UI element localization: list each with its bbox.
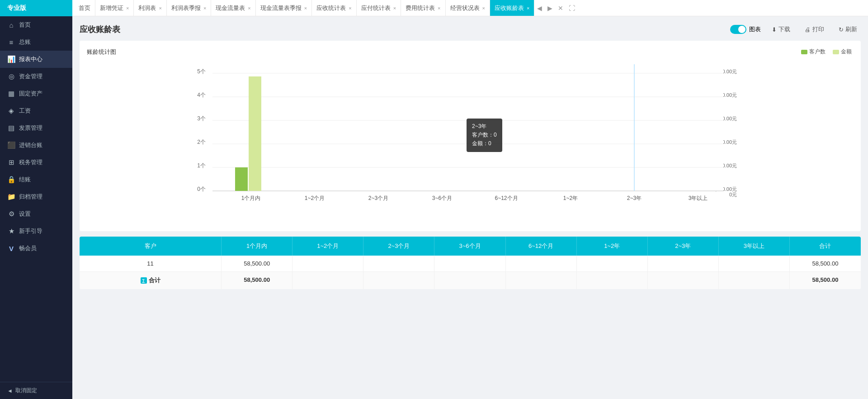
sidebar-item-settings[interactable]: ⚙ 设置	[0, 205, 72, 223]
tab-ar-stats-label: 应收统计表	[316, 4, 346, 12]
svg-text:1个月内: 1个月内	[241, 195, 261, 201]
bar-amount-1	[249, 76, 261, 191]
th-y12: 1~2年	[577, 237, 648, 256]
tab-cashflow-quarterly-label: 现金流量表季报	[260, 4, 302, 12]
refresh-icon: ↻	[839, 26, 844, 33]
refresh-label: 刷新	[845, 25, 857, 33]
tab-ar-stats-close[interactable]: ×	[349, 5, 351, 11]
tab-expense-stats-label: 费用统计表	[406, 4, 435, 12]
td-y3plus	[719, 256, 790, 271]
sidebar-item-capital[interactable]: ◎ 资金管理	[0, 68, 72, 85]
th-m12: 1~2个月	[292, 237, 363, 256]
tab-voucher[interactable]: 新增凭证 ×	[95, 0, 134, 16]
sidebar-item-label: 发票管理	[19, 124, 42, 132]
print-button[interactable]: 🖨 打印	[801, 24, 828, 35]
sidebar-item-label: 畅会员	[19, 244, 37, 252]
app-logo: 专业版	[0, 0, 72, 16]
th-total: 合计	[790, 237, 861, 256]
tab-maximize[interactable]: ⛶	[566, 0, 578, 16]
sidebar-item-fixed-assets[interactable]: ▦ 固定资产	[0, 85, 72, 102]
tab-cashflow-label: 现金流量表	[216, 4, 245, 12]
cancel-fixed-button[interactable]: ◄ 取消固定	[0, 382, 72, 399]
tab-close-all[interactable]: ✕	[555, 0, 566, 16]
page-title: 应收账龄表	[80, 24, 120, 35]
td-total: 58,500.00	[790, 256, 861, 271]
print-icon: 🖨	[805, 26, 811, 33]
sidebar-item-home[interactable]: ⌂ 首页	[0, 16, 72, 33]
content-area: 应收账龄表 图表 ⬇ 下载 🖨 打印 ↻ 刷新	[72, 16, 868, 399]
tab-profit-close[interactable]: ×	[159, 5, 161, 11]
sidebar-item-archive[interactable]: 📁 归档管理	[0, 188, 72, 205]
salary-icon: ◈	[7, 107, 15, 115]
svg-rect-13	[212, 64, 723, 191]
sidebar-item-guide[interactable]: ★ 新手引导	[0, 223, 72, 240]
svg-text:4个: 4个	[197, 92, 206, 98]
tab-home-label: 首页	[79, 4, 90, 12]
print-label: 打印	[812, 25, 824, 33]
tab-expense-stats[interactable]: 费用统计表 ×	[401, 0, 445, 16]
tab-voucher-close[interactable]: ×	[126, 5, 129, 11]
download-icon: ⬇	[772, 26, 777, 33]
refresh-button[interactable]: ↻ 刷新	[835, 24, 861, 35]
th-m612: 6~12个月	[506, 237, 577, 256]
closing-icon: 🔒	[7, 176, 15, 184]
chart-legend: 客户数 金额	[801, 48, 852, 56]
tab-ap-stats-close[interactable]: ×	[393, 5, 396, 11]
tab-nav-prev[interactable]: ◀	[534, 0, 545, 16]
chart-svg-wrapper: 5个 4个 3个 2个 1个 0个 60,000.00元 50,000.00元 …	[87, 60, 854, 224]
tf-label: ∑ 合计	[80, 272, 222, 289]
vip-icon: V	[7, 245, 15, 252]
legend-customer-label: 客户数	[809, 48, 826, 56]
tab-business-status-label: 经营状况表	[450, 4, 480, 12]
tab-nav-next[interactable]: ▶	[545, 0, 555, 16]
home-icon: ⌂	[7, 21, 15, 29]
sidebar-item-vip[interactable]: V 畅会员	[0, 240, 72, 257]
tab-ar-aging[interactable]: 应收账龄表 ×	[490, 0, 534, 16]
tab-ap-stats[interactable]: 应付统计表 ×	[357, 0, 401, 16]
total-icon: ∑	[141, 277, 147, 284]
sidebar-item-closing[interactable]: 🔒 结账	[0, 171, 72, 188]
main-area: 首页 新增凭证 × 利润表 × 利润表季报 × 现金流量表 × 现金流量表季报 …	[72, 0, 868, 399]
tab-business-status-close[interactable]: ×	[482, 5, 485, 11]
sidebar-item-label: 进销台账	[19, 141, 42, 149]
chart-toggle-container[interactable]: 图表	[730, 25, 761, 34]
sidebar-item-purchase-sales[interactable]: ⬛ 进销台账	[0, 137, 72, 154]
sidebar-item-ledger[interactable]: ≡ 总账	[0, 33, 72, 51]
tab-profit-quarterly[interactable]: 利润表季报 ×	[167, 0, 211, 16]
sidebar-item-salary[interactable]: ◈ 工资	[0, 102, 72, 119]
sidebar-item-label: 归档管理	[19, 193, 42, 201]
sidebar-item-tax[interactable]: ⊞ 税务管理	[0, 154, 72, 171]
tab-ar-stats[interactable]: 应收统计表 ×	[312, 0, 356, 16]
chart-toggle-label: 图表	[749, 25, 761, 33]
svg-text:0个: 0个	[197, 186, 206, 192]
tab-profit[interactable]: 利润表 ×	[134, 0, 166, 16]
tab-home[interactable]: 首页	[74, 0, 95, 16]
svg-text:1~2个月: 1~2个月	[305, 195, 325, 201]
capital-icon: ◎	[7, 72, 15, 81]
table-row: 11 58,500.00 58,500.00	[80, 256, 861, 272]
sidebar-item-report-center[interactable]: 📊 报表中心	[0, 51, 72, 68]
legend-customer-color	[801, 50, 807, 54]
td-customer: 11	[80, 256, 222, 271]
tab-expense-stats-close[interactable]: ×	[438, 5, 440, 11]
td-m23	[363, 256, 434, 271]
sidebar-item-label: 报表中心	[19, 55, 42, 63]
tab-profit-label: 利润表	[138, 4, 156, 12]
tab-business-status[interactable]: 经营状况表 ×	[446, 0, 490, 16]
legend-amount-color	[833, 50, 839, 54]
chart-toggle[interactable]	[730, 25, 746, 34]
tab-cashflow-quarterly-close[interactable]: ×	[304, 5, 307, 11]
tab-cashflow-quarterly[interactable]: 现金流量表季报 ×	[256, 0, 312, 16]
ledger-icon: ≡	[7, 38, 15, 46]
legend-amount: 金额	[833, 48, 852, 56]
tab-profit-quarterly-close[interactable]: ×	[203, 5, 206, 11]
download-button[interactable]: ⬇ 下载	[768, 24, 794, 35]
sidebar-item-invoice[interactable]: ▤ 发票管理	[0, 119, 72, 137]
tf-m36	[434, 272, 505, 289]
tab-cashflow[interactable]: 现金流量表 ×	[211, 0, 255, 16]
svg-text:5个: 5个	[197, 68, 206, 75]
tab-ar-aging-close[interactable]: ×	[527, 5, 529, 11]
tf-m12	[292, 272, 363, 289]
svg-text:0元: 0元	[729, 192, 737, 197]
tab-cashflow-close[interactable]: ×	[248, 5, 250, 11]
